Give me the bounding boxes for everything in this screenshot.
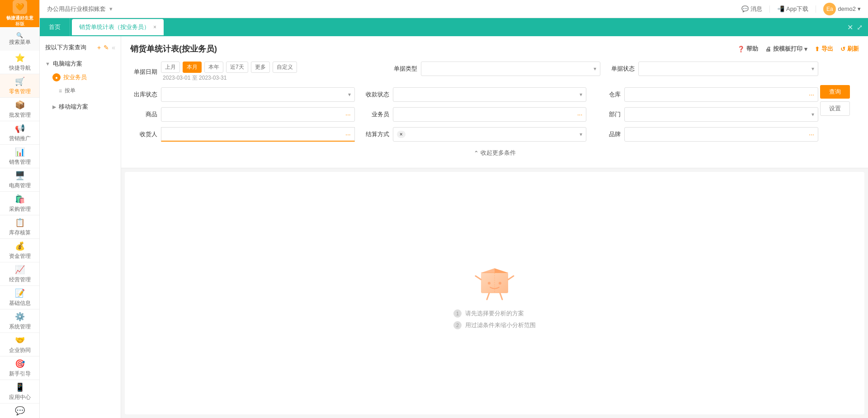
wholesale-icon: 📦 [15,100,25,110]
tree-group-desktop-title[interactable]: ▼ 电脑端方案 [40,57,121,71]
brand-select[interactable]: ··· [624,127,818,142]
query-button[interactable]: 查询 [820,85,850,99]
date-control-wrapper: 上月 本月 本年 近7天 更多 自定义 2023-03-01 至 2023-03… [161,62,383,82]
sales-label: 销售管理 [9,158,31,166]
tab-bar-end: ✕ ⤢ [847,23,868,32]
warehouse-label: 仓库 [594,90,621,99]
guide-label: 新手引导 [9,370,31,378]
help-icon: ❓ [737,46,745,52]
sidebar-item-collab[interactable]: 🤝 企业协同 [0,333,40,356]
staff-select[interactable]: ··· [393,107,587,122]
tab-home[interactable]: 首页 [40,18,70,36]
topbar: 办公用品行业模拟账套 ▾ 💬 消息 📲 App下载 Ea demo2 ▾ [40,0,868,18]
sidebar-item-system[interactable]: ⚙️ 系统管理 [0,309,40,333]
out-status-select[interactable]: ▾ [161,87,355,102]
search-menu-item[interactable]: 🔍 搜索菜单 [0,27,40,51]
receipt-status-select[interactable]: ▾ [393,87,587,102]
date-btn-custom[interactable]: 自定义 [273,62,297,73]
date-buttons: 上月 本月 本年 近7天 更多 自定义 [161,62,383,73]
app-download-label: App下载 [786,5,808,13]
export-label: 导出 [821,45,833,53]
consignee-dots: ··· [345,131,351,138]
warehouse-select[interactable]: ··· [624,87,818,102]
sidebar-item-operation[interactable]: 📈 经营管理 [0,262,40,286]
user-name: demo2 [838,5,856,12]
search-icon: 🔍 [16,32,23,38]
collapse-button[interactable]: ⌃ 收起更多条件 [470,145,519,161]
panel-collapse-icon[interactable]: « [112,44,115,51]
tab-close-button[interactable]: × [153,24,156,30]
user-profile[interactable]: Ea demo2 ▾ [823,3,861,15]
by-staff-label: 按业务员 [63,73,87,81]
payment-select[interactable]: × ▾ [393,127,587,142]
setting-button[interactable]: 设置 [820,101,850,116]
svg-point-6 [499,282,501,285]
goods-select[interactable]: ··· [161,107,355,122]
consignee-input[interactable]: ··· [161,127,355,142]
sidebar-item-appstore[interactable]: 📱 应用中心 [0,380,40,404]
sidebar-item-purchase[interactable]: 🛍️ 采购管理 [0,192,40,215]
goods-dots: ··· [345,111,351,118]
payment-x[interactable]: × [400,131,403,138]
active-dot: ● [52,73,61,81]
tab-active-report[interactable]: 销货单统计表（按业务员） × [72,19,164,35]
panel-add-icon[interactable]: + [97,44,101,51]
date-btn-this-year[interactable]: 本年 [204,62,223,73]
main-area: 办公用品行业模拟账套 ▾ 💬 消息 📲 App下载 Ea demo2 ▾ 首页 [40,0,868,418]
tab-maximize-icon[interactable]: ⤢ [857,23,863,32]
empty-tips: 1 请先选择要分析的方案 2 用过滤条件来缩小分析范围 [453,309,536,329]
breadcrumb-dropdown-icon[interactable]: ▾ [109,5,113,12]
sidebar: 🧡 畅捷通好生意 标版 🔍 搜索菜单 ⭐ 快捷导航 🛒 零售管理 📦 批发管理 … [0,0,40,418]
payment-label: 结算方式 [362,130,389,138]
tip-num-1: 1 [453,309,462,318]
date-btn-more[interactable]: 更多 [251,62,270,73]
filter-brand-field: 品牌 ··· [594,127,818,142]
by-order-label: 按单 [65,87,75,95]
date-btn-last-month[interactable]: 上月 [161,62,180,73]
right-panel: 销货单统计表(按业务员) ❓ 帮助 🖨 按模板打印 ▾ ⬆ [121,36,868,418]
dept-select[interactable]: ▾ [624,107,818,122]
collapse-chevron-icon: ⌃ [474,150,479,157]
sidebar-item-ecommerce[interactable]: 🖥️ 电商管理 [0,168,40,192]
system-label: 系统管理 [9,323,31,331]
bill-status-select[interactable]: ▾ [638,62,818,76]
sidebar-item-weixin[interactable]: 💬 企业微信 [0,404,40,418]
mobile-expand-icon: ▶ [52,104,56,110]
ecommerce-icon: 🖥️ [15,171,25,180]
tab-bar: 首页 销货单统计表（按业务员） × ✕ ⤢ [40,18,868,36]
sidebar-item-retail[interactable]: 🛒 零售管理 [0,74,40,98]
staff-dots: ··· [577,111,583,118]
sidebar-item-guide[interactable]: 🎯 新手引导 [0,356,40,380]
date-btn-this-month[interactable]: 本月 [183,62,202,73]
date-btn-7days[interactable]: 近7天 [226,62,248,73]
refresh-button[interactable]: ↺ 刷新 [840,45,859,53]
tree-grandchild-by-order[interactable]: ≡ 按单 [40,84,121,97]
message-button[interactable]: 💬 消息 [741,5,762,13]
print-icon: 🖨 [765,46,771,52]
app-download-button[interactable]: 📲 App下载 [777,5,808,13]
sidebar-item-basic[interactable]: 📝 基础信息 [0,286,40,309]
guide-icon: 🎯 [15,359,25,369]
export-button[interactable]: ⬆ 导出 [815,45,833,53]
app-title: 畅捷通好生意 [6,15,33,21]
sidebar-item-marketing[interactable]: 📢 营销推广 [0,121,40,145]
payment-tag: × [397,131,406,138]
panel-edit-icon[interactable]: ✎ [104,44,109,51]
avatar: Ea [823,3,836,15]
print-button[interactable]: 🖨 按模板打印 ▾ [765,45,807,53]
sidebar-item-finance[interactable]: 💰 资金管理 [0,239,40,262]
message-label: 消息 [750,5,762,13]
panel-title: 按以下方案查询 [45,43,86,52]
bill-type-select[interactable]: ▾ [421,62,601,76]
tree-group-mobile-title[interactable]: ▶ 移动端方案 [40,100,121,114]
empty-state: 1 请先选择要分析的方案 2 用过滤条件来缩小分析范围 [125,172,864,414]
tab-close-window-icon[interactable]: ✕ [847,23,853,32]
filter-bill-status-field: 单据状态 ▾ [608,62,818,76]
sidebar-item-wholesale[interactable]: 📦 批发管理 [0,98,40,121]
quick-nav-item[interactable]: ⭐ 快捷导航 [0,51,40,74]
help-button[interactable]: ❓ 帮助 [737,45,758,53]
tree-child-by-staff[interactable]: ● 按业务员 [40,71,121,84]
sidebar-item-inventory[interactable]: 📋 库存核算 [0,215,40,239]
dept-label: 部门 [594,110,621,119]
sidebar-item-sales[interactable]: 📊 销售管理 [0,145,40,168]
